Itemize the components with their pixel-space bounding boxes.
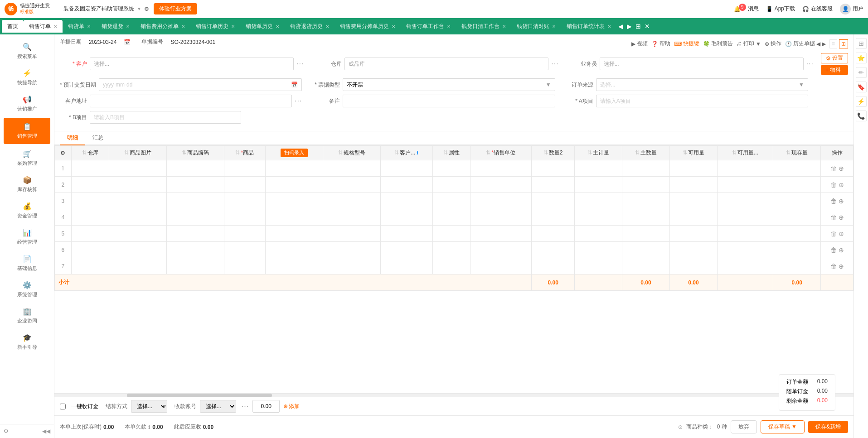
row-copy-btn[interactable]: ⊕ — [839, 246, 844, 254]
address-input[interactable] — [90, 95, 292, 107]
date-value[interactable]: 2023-03-24 — [89, 39, 116, 45]
tab-sales-fee-split-close[interactable]: ✕ — [181, 24, 185, 29]
sidebar-item-system[interactable]: ⚙️ 系统管理 — [0, 276, 54, 303]
row-code-cell[interactable] — [166, 242, 224, 258]
app-download-item[interactable]: 📱 App下载 — [766, 5, 795, 13]
tab-sales-workbench-close[interactable]: ✕ — [447, 24, 451, 29]
row-attribute-cell[interactable] — [432, 209, 470, 226]
row-spec-cell[interactable] — [323, 177, 380, 193]
sidebar-collapse-btn[interactable]: ◀◀ — [42, 428, 50, 434]
row-attribute-cell[interactable] — [432, 242, 470, 258]
row-unit-cell[interactable] — [470, 226, 532, 242]
row-qty2-cell[interactable] — [532, 226, 575, 242]
col-main-qty[interactable]: ⇅主数量 — [622, 146, 670, 160]
row-code-cell[interactable] — [166, 226, 224, 242]
row-name-cell[interactable] — [224, 209, 265, 226]
shortcut-btn[interactable]: ⌨ 快捷键 — [674, 40, 699, 48]
row-attribute-cell[interactable] — [432, 226, 470, 242]
profit-btn[interactable]: 🍀 毛利预告 — [703, 40, 733, 48]
row-code-cell[interactable] — [166, 177, 224, 193]
tab-expand-btn[interactable]: ⊞ — [634, 23, 643, 30]
row-name-cell[interactable] — [224, 242, 265, 258]
list-view-btn[interactable]: ≡ — [829, 39, 837, 48]
tab-home[interactable]: 首页 — [2, 20, 24, 33]
col-available2[interactable]: ⇅可用量... — [717, 146, 773, 160]
row-customer-code-cell[interactable] — [380, 242, 432, 258]
col-goods-code[interactable]: ⇅商品编码 — [166, 146, 224, 160]
print-btn[interactable]: 🖨 打印 ▼ — [737, 40, 761, 48]
tab-sales-fee-history[interactable]: 销售费用分摊单历史 ✕ — [335, 20, 401, 33]
row-customer-code-cell[interactable] — [380, 160, 432, 177]
right-panel-bookmark-icon[interactable]: 🔖 — [856, 82, 867, 92]
save-draft-arrow[interactable]: ▼ — [791, 424, 797, 430]
user-item[interactable]: 👤 用户 — [840, 4, 863, 14]
history-nav-prev[interactable]: ◀ — [816, 41, 820, 47]
grid-view-btn[interactable]: ⊞ — [839, 39, 848, 48]
row-attribute-cell[interactable] — [432, 258, 470, 274]
row-delete-btn[interactable]: 🗑 — [830, 214, 837, 221]
col-warehouse[interactable]: ⇅仓库 — [71, 146, 109, 160]
tab-sales-refund-history[interactable]: 销货退货历史 ✕ — [285, 20, 335, 33]
print-arrow[interactable]: ▼ — [756, 41, 761, 47]
setup-btn[interactable]: ⚙ 设置 — [821, 53, 848, 63]
col-available[interactable]: ⇅可用量 — [669, 146, 717, 160]
history-nav-next[interactable]: ▶ — [822, 41, 826, 47]
save-draft-btn[interactable]: 保存草稿 ▼ — [761, 420, 805, 433]
note-input[interactable] — [343, 95, 555, 107]
industry-btn[interactable]: 体验行业方案 — [154, 3, 197, 14]
customer-dots[interactable]: ··· — [296, 60, 304, 68]
online-service-item[interactable]: 🎧 在线客服 — [802, 5, 833, 13]
delivery-date-input[interactable]: yyyy-mm-dd 📅 — [99, 78, 302, 91]
tab-sales-return-close[interactable]: ✕ — [87, 24, 91, 29]
right-panel-lightning-icon[interactable]: ⚡ — [856, 96, 867, 107]
sidebar-item-search[interactable]: 🔍 搜索菜单 — [0, 38, 54, 64]
row-qty2-cell[interactable] — [532, 177, 575, 193]
row-copy-btn[interactable]: ⊕ — [839, 181, 844, 188]
scrollbar-area[interactable] — [54, 393, 853, 397]
col-attribute[interactable]: ⇅属性 — [432, 146, 470, 160]
col-customer-code[interactable]: ⇅客户... ℹ — [380, 146, 432, 160]
view-btn[interactable]: ▶ 视频 — [631, 40, 648, 48]
operation-btn[interactable]: ⊕ 操作 — [765, 40, 781, 48]
row-unit-cell[interactable] — [470, 242, 532, 258]
row-code-cell[interactable] — [166, 258, 224, 274]
row-customer-code-cell[interactable] — [380, 226, 432, 242]
sidebar-item-enterprise[interactable]: 🏢 企业协同 — [0, 303, 54, 329]
calendar-icon[interactable]: 📅 — [124, 39, 131, 45]
sidebar-item-basic[interactable]: 📄 基础信息 — [0, 250, 54, 276]
row-copy-btn[interactable]: ⊕ — [839, 263, 844, 270]
right-panel-edit-icon[interactable]: ✏ — [856, 67, 867, 78]
row-warehouse-cell[interactable] — [71, 258, 109, 274]
tab-cash-daily-close[interactable]: ✕ — [502, 24, 506, 29]
add-goods-btn[interactable]: + 物料 — [821, 65, 848, 75]
row-qty2-cell[interactable] — [532, 209, 575, 226]
col-settings[interactable]: ⚙ — [55, 146, 72, 160]
tab-sales-return-history-close[interactable]: ✕ — [276, 24, 279, 29]
row-attribute-cell[interactable] — [432, 193, 470, 209]
row-name-cell[interactable] — [224, 258, 265, 274]
sidebar-item-finance[interactable]: 💰 资金管理 — [0, 197, 54, 224]
tab-sales-return[interactable]: 销货单 ✕ — [63, 20, 96, 33]
row-delete-btn[interactable]: 🗑 — [830, 181, 837, 188]
sidebar-item-inventory[interactable]: 📦 库存核算 — [0, 171, 54, 197]
row-customer-code-cell[interactable] — [380, 258, 432, 274]
col-goods-image[interactable]: ⇅商品图片 — [109, 146, 166, 160]
quick-order-checkbox[interactable] — [60, 404, 66, 409]
tab-sales-order-history-close[interactable]: ✕ — [231, 24, 235, 29]
account-dots[interactable]: ··· — [242, 402, 249, 410]
row-main-qty-cell[interactable] — [622, 242, 670, 258]
row-unit-cell[interactable] — [470, 177, 532, 193]
row-spec-cell[interactable] — [323, 209, 380, 226]
tab-sales-refund-close[interactable]: ✕ — [126, 24, 130, 29]
tab-sales-order-close[interactable]: ✕ — [53, 24, 57, 29]
history-btn[interactable]: 🕐 历史单据 ◀ ▶ — [785, 40, 826, 48]
row-unit-cell[interactable] — [470, 193, 532, 209]
row-delete-btn[interactable]: 🗑 — [830, 246, 837, 254]
tab-sales-return-history[interactable]: 销货单历史 ✕ — [240, 20, 285, 33]
col-quantity2[interactable]: ⇅数量2 — [532, 146, 575, 160]
warehouse-input[interactable]: 成品库 — [344, 58, 548, 70]
col-goods-name[interactable]: ⇅*商品 — [224, 146, 265, 160]
warehouse-dots[interactable]: ··· — [551, 60, 558, 68]
b-project-input[interactable]: 请输入B项目 — [90, 111, 241, 124]
tab-cash-reconcile[interactable]: 钱货日清对账 ✕ — [511, 20, 561, 33]
